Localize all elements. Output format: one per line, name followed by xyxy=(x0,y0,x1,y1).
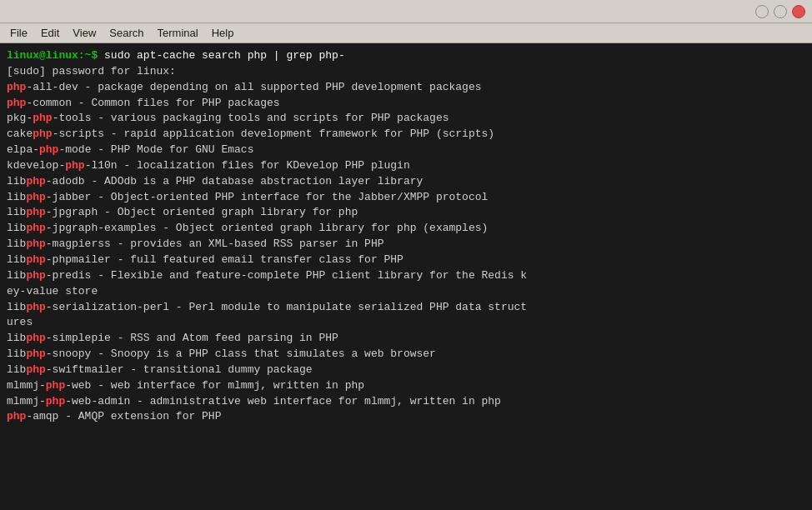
menu-item-search[interactable]: Search xyxy=(103,25,150,41)
close-button[interactable] xyxy=(792,5,805,18)
menu-item-edit[interactable]: Edit xyxy=(34,25,66,41)
maximize-button[interactable] xyxy=(774,5,787,18)
terminal-line: pkg-php-tools - various packaging tools … xyxy=(7,111,805,127)
terminal-line: libphp-swiftmailer - transitional dummy … xyxy=(7,362,805,378)
minimize-button[interactable] xyxy=(755,5,769,18)
terminal-line: libphp-magpierss - provides an XML-based… xyxy=(7,237,805,252)
terminal-line: libphp-predis - Flexible and feature-com… xyxy=(7,268,805,284)
terminal-line: [sudo] password for linux: xyxy=(7,64,805,80)
terminal-line: ey-value store xyxy=(7,284,805,300)
menu-item-terminal[interactable]: Terminal xyxy=(151,25,205,41)
terminal-line: elpa-php-mode - PHP Mode for GNU Emacs xyxy=(7,142,805,158)
titlebar xyxy=(0,0,812,23)
menu-item-view[interactable]: View xyxy=(66,25,103,41)
terminal-line: libphp-jpgraph - Object oriented graph l… xyxy=(7,205,805,221)
terminal-line: mlmmj-php-web - web interface for mlmmj,… xyxy=(7,378,805,394)
titlebar-controls xyxy=(755,5,805,18)
terminal-line: libphp-snoopy - Snoopy is a PHP class th… xyxy=(7,347,805,362)
terminal-line: kdevelop-php-l10n - localization files f… xyxy=(7,158,805,174)
terminal-line: mlmmj-php-web-admin - administrative web… xyxy=(7,394,805,410)
menubar: FileEditViewSearchTerminalHelp xyxy=(0,23,812,43)
terminal-line: php-amqp - AMQP extension for PHP xyxy=(7,409,805,425)
terminal-line: libphp-jabber - Object-oriented PHP inte… xyxy=(7,190,805,206)
terminal-line: libphp-jpgraph-examples - Object oriente… xyxy=(7,221,805,237)
terminal-line: php-common - Common files for PHP packag… xyxy=(7,96,805,112)
terminal-line: php-all-dev - package depending on all s… xyxy=(7,80,805,96)
terminal-line: libphp-simplepie - RSS and Atom feed par… xyxy=(7,331,805,347)
menu-item-help[interactable]: Help xyxy=(205,25,241,41)
terminal-line: libphp-adodb - ADOdb is a PHP database a… xyxy=(7,174,805,190)
terminal-line: ures xyxy=(7,315,805,331)
terminal-line: cakephp-scripts - rapid application deve… xyxy=(7,127,805,142)
menu-item-file[interactable]: File xyxy=(3,25,34,41)
terminal-line: libphp-phpmailer - full featured email t… xyxy=(7,252,805,268)
terminal-line: linux@linux:~$ sudo apt-cache search php… xyxy=(7,48,805,64)
terminal-line: libphp-serialization-perl - Perl module … xyxy=(7,300,805,316)
terminal-output[interactable]: linux@linux:~$ sudo apt-cache search php… xyxy=(0,43,812,510)
